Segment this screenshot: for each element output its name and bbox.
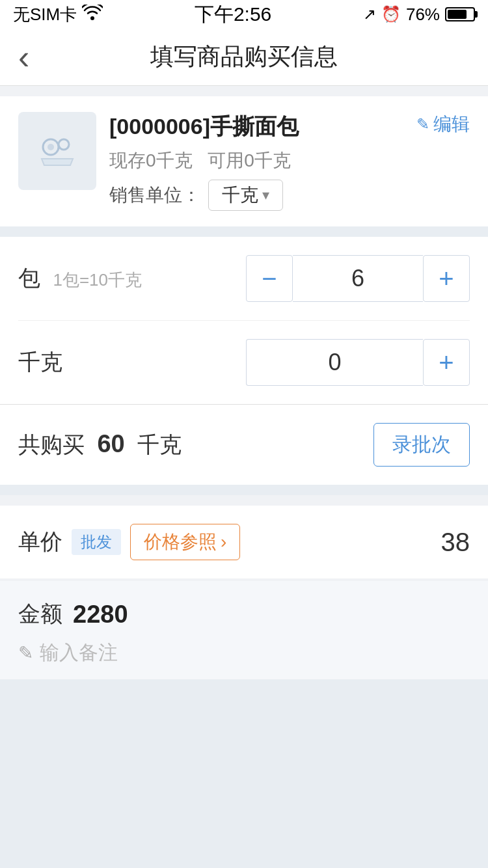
batch-button[interactable]: 录批次 [373, 423, 470, 467]
product-card: [0000006]手撕面包 现存0千克 可用0千克 销售单位： 千克 ▾ ✎ 编… [0, 96, 488, 226]
product-stock: 现存0千克 可用0千克 [109, 148, 470, 173]
divider-3 [0, 485, 488, 495]
note-icon: ✎ [18, 642, 33, 664]
amount-section: 金额 2280 ✎ 输入备注 [0, 581, 488, 679]
edit-button[interactable]: ✎ 编辑 [416, 112, 470, 137]
quantity-section: 包 1包=10千克 − + 千克 + [0, 237, 488, 404]
qty-input-bao[interactable] [293, 255, 423, 302]
status-bar: 无SIM卡 下午2:56 ↗ ⏰ 76% [0, 0, 488, 29]
price-label-row: 单价 批发 价格参照 › [18, 524, 240, 560]
wifi-icon [82, 5, 103, 25]
battery-text: 76% [406, 5, 440, 25]
product-name: [0000006]手撕面包 [109, 112, 470, 142]
total-text: 共购买 60 千克 [18, 430, 182, 460]
qty-label-kg: 千克 [18, 347, 246, 377]
decrease-bao-button[interactable]: − [246, 255, 293, 302]
back-button[interactable]: ‹ [18, 38, 29, 77]
divider-1 [0, 226, 488, 237]
nav-bar: ‹ 填写商品购买信息 [0, 29, 488, 86]
quantity-row-kg: 千克 + [18, 321, 470, 404]
status-time: 下午2:56 [195, 1, 271, 28]
product-image [18, 112, 96, 190]
qty-label-bao: 包 1包=10千克 [18, 264, 246, 293]
status-right: ↗ ⏰ 76% [363, 5, 475, 25]
qty-controls-kg: + [246, 339, 470, 386]
increase-kg-button[interactable]: + [423, 339, 470, 386]
amount-row: 金额 2280 [18, 599, 470, 629]
price-value: 38 [441, 528, 470, 557]
battery-icon [445, 7, 475, 21]
alarm-icon: ⏰ [381, 5, 401, 23]
qty-input-kg[interactable] [246, 339, 423, 386]
note-row[interactable]: ✎ 输入备注 [18, 640, 470, 666]
increase-bao-button[interactable]: + [423, 255, 470, 302]
svg-point-1 [47, 144, 54, 150]
svg-point-2 [59, 139, 69, 150]
quantity-row-bao: 包 1包=10千克 − + [18, 237, 470, 321]
product-unit-row: 销售单位： 千克 ▾ [109, 180, 470, 211]
price-ref-button[interactable]: 价格参照 › [130, 524, 240, 560]
carrier-text: 无SIM卡 [13, 3, 77, 26]
location-icon: ↗ [363, 5, 376, 23]
status-left: 无SIM卡 [13, 3, 103, 26]
qty-controls-bao: − + [246, 255, 470, 302]
price-section: 单价 批发 价格参照 › 38 [0, 506, 488, 578]
note-placeholder: 输入备注 [40, 640, 118, 666]
price-type-badge: 批发 [72, 529, 121, 555]
gray-area [0, 679, 488, 868]
product-info: [0000006]手撕面包 现存0千克 可用0千克 销售单位： 千克 ▾ [109, 112, 470, 211]
page-title: 填写商品购买信息 [150, 41, 338, 73]
total-section: 共购买 60 千克 录批次 [0, 405, 488, 485]
amount-value: 2280 [73, 601, 128, 629]
unit-selector[interactable]: 千克 ▾ [208, 180, 283, 211]
